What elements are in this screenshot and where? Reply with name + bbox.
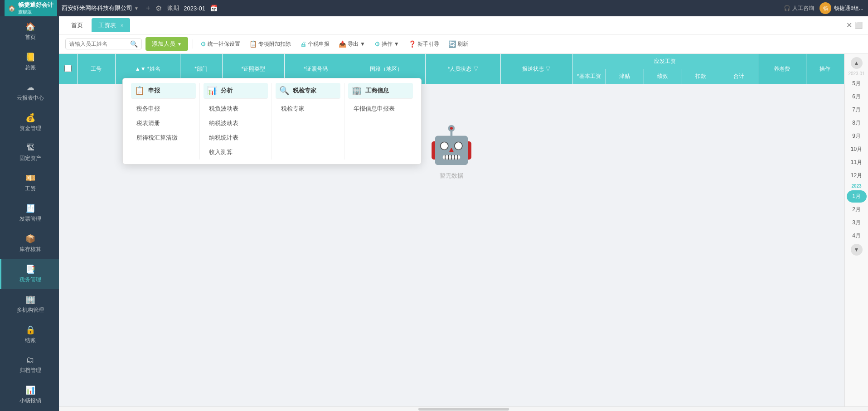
menu-item-tax-burden[interactable]: 税负波动表 (204, 102, 268, 116)
menu-item-tax-stats[interactable]: 纳税统计表 (204, 131, 268, 145)
menu-item-annual-report[interactable]: 年报信息申报表 (348, 102, 413, 116)
top-bar-right: 🎧 人工咨询 畅 畅捷通8组... (784, 2, 863, 14)
timeline-month-3[interactable]: 3月 (847, 217, 867, 229)
analysis-title: 分析 (221, 87, 233, 95)
menu-item-income-calc[interactable]: 收入测算 (204, 145, 268, 160)
col-status[interactable]: *人员状态 ▽ (426, 54, 501, 84)
service-btn[interactable]: 🎧 人工咨询 (784, 5, 814, 12)
tab-home[interactable]: 首页 (64, 18, 90, 32)
business-icon: 🏢 (352, 86, 362, 96)
social-insurance-btn[interactable]: ⚙ 统一社保设置 (198, 39, 243, 50)
dropdown-col-analysis: 📊 分析 税负波动表 纳税波动表 纳税统计表 收入测算 (200, 83, 272, 160)
timeline-month-6[interactable]: 6月 (847, 91, 867, 103)
dropdown-grid: 📋 申报 税务申报 税表清册 所得税汇算清缴 📊 分析 税负波动表 纳税波动表 … (127, 83, 417, 160)
tax-report-icon: 🖨 (300, 40, 306, 48)
analysis-header: 📊 分析 (204, 83, 268, 99)
add-company-btn[interactable]: + (145, 3, 151, 13)
horizontal-scrollbar[interactable] (59, 406, 868, 411)
timeline-month-2[interactable]: 2月 (847, 203, 867, 216)
col-operation: 操作 (806, 54, 844, 84)
sidebar-item-multi-org[interactable]: 🏢 多机构管理 (0, 289, 59, 319)
window-restore-btn[interactable]: ⬜ (855, 22, 863, 29)
sidebar-item-archive[interactable]: 🗂 归档管理 (0, 350, 59, 380)
col-check[interactable] (59, 54, 77, 84)
timeline-month-7[interactable]: 7月 (847, 104, 867, 116)
timeline-up-btn[interactable]: ▲ (851, 57, 863, 69)
app-title: 畅捷通好会计 (18, 1, 53, 8)
user-info[interactable]: 畅 畅捷通8组... (820, 2, 863, 14)
refresh-btn[interactable]: 🔄 刷新 (446, 39, 471, 50)
multi-org-icon: 🏢 (25, 295, 35, 305)
menu-item-income-tax[interactable]: 所得税汇算清缴 (131, 131, 196, 145)
scrollbar-thumb[interactable] (418, 408, 509, 411)
menu-item-tax-table-clear[interactable]: 税表清册 (131, 116, 196, 131)
tab-salary[interactable]: 工资表 × (92, 18, 130, 32)
report-icon: 📊 (25, 385, 35, 395)
add-person-label: 添加人员 (152, 40, 175, 48)
ledger-icon: 📒 (25, 52, 35, 62)
search-icon: 🔍 (130, 40, 138, 48)
timeline-month-12[interactable]: 12月 (847, 169, 867, 182)
timeline-month-5[interactable]: 5月 (847, 77, 867, 90)
sidebar-item-inventory[interactable]: 📦 库存核算 (0, 228, 59, 259)
content-area: 首页 工资表 × ✕ ⬜ 🔍 添加人员 ▼ ⚙ 统 (59, 16, 868, 411)
sidebar-item-fixed-asset[interactable]: 🏗 固定资产 (0, 138, 59, 168)
refresh-icon: 🔄 (448, 40, 456, 48)
sidebar-item-invoice[interactable]: 🧾 发票管理 (0, 198, 59, 228)
sidebar-label-cloud: 云报表中心 (17, 94, 44, 102)
menu-item-tax-declaration[interactable]: 税务申报 (131, 102, 196, 116)
sidebar-label-inventory: 库存核算 (19, 246, 41, 253)
deduct-icon: 📋 (249, 40, 257, 48)
guide-btn[interactable]: ❓ 新手引导 (406, 39, 442, 50)
special-deduct-btn[interactable]: 📋 专项附加扣除 (247, 39, 294, 50)
timeline-month-1[interactable]: 1月 (847, 190, 867, 203)
fund-icon: 💰 (25, 113, 35, 123)
export-btn[interactable]: 📤 导出 ▼ (336, 39, 368, 50)
dropdown-col-business: 🏢 工商信息 年报信息申报表 (344, 83, 417, 160)
sidebar-item-home[interactable]: 🏠 首页 (0, 16, 59, 47)
tax-report-btn[interactable]: 🖨 个税申报 (297, 39, 332, 50)
timeline-month-9[interactable]: 9月 (847, 130, 867, 142)
search-input[interactable] (69, 41, 128, 47)
add-person-btn[interactable]: 添加人员 ▼ (145, 37, 188, 51)
search-box[interactable]: 🔍 (65, 39, 142, 49)
menu-item-tax-expert[interactable]: 税检专家 (276, 102, 340, 116)
col-performance: 绩效 (644, 69, 682, 84)
timeline-period-label: 2023.01 (848, 70, 864, 77)
col-report-status[interactable]: 报送状态 ▽ (501, 54, 572, 84)
sidebar-label-report: 小畅报销 (19, 397, 41, 405)
timeline-panel: ▲ 2023.01 5月 6月 7月 8月 9月 10月 11月 12月 202… (844, 54, 868, 406)
select-all-checkbox[interactable] (64, 65, 72, 72)
timeline-down-btn[interactable]: ▼ (851, 244, 863, 256)
tab-close-icon[interactable]: × (121, 23, 123, 28)
app-logo: 🏠 畅捷通好会计 旗舰版 (5, 0, 57, 17)
tax-report-label: 个税申报 (308, 40, 330, 48)
sidebar: 🏠 首页 📒 总账 ☁ 云报表中心 💰 资金管理 🏗 固定资产 💴 工资 🧾 发… (0, 16, 59, 411)
company-selector[interactable]: 西安虾米网络科技有限公司 ▼ (62, 4, 139, 12)
timeline-month-8[interactable]: 8月 (847, 117, 867, 129)
col-base-salary: *基本工资 (572, 69, 606, 84)
settings-btn[interactable]: ⚙ (155, 3, 163, 14)
period-calendar-icon[interactable]: 📅 (210, 5, 218, 12)
operate-btn[interactable]: ⚙ 操作 ▼ (372, 39, 402, 50)
sidebar-item-tax[interactable]: 📑 税务管理 (0, 259, 59, 289)
sidebar-item-fund[interactable]: 💰 资金管理 (0, 107, 59, 138)
archive-icon: 🗂 (26, 355, 34, 365)
timeline-year-2023: 2023 (851, 182, 861, 190)
sidebar-item-close[interactable]: 🔒 结账 (0, 319, 59, 350)
col-employee-id: 工号 (77, 54, 115, 84)
cloud-icon: ☁ (26, 82, 34, 92)
menu-item-tax-payment[interactable]: 纳税波动表 (204, 116, 268, 131)
analysis-icon: 📊 (207, 86, 217, 96)
timeline-month-11[interactable]: 11月 (847, 156, 867, 169)
asset-icon: 🏗 (26, 143, 34, 153)
timeline-month-10[interactable]: 10月 (847, 143, 867, 155)
social-icon: ⚙ (200, 40, 206, 48)
deduct-label: 专项附加扣除 (258, 40, 291, 48)
sidebar-item-report[interactable]: 📊 小畅报销 (0, 380, 59, 410)
sidebar-item-cloud-report[interactable]: ☁ 云报表中心 (0, 77, 59, 107)
sidebar-item-salary[interactable]: 💴 工资 (0, 168, 59, 198)
timeline-month-4[interactable]: 4月 (847, 230, 867, 242)
sidebar-item-ledger[interactable]: 📒 总账 (0, 47, 59, 77)
window-close-btn[interactable]: ✕ (846, 21, 852, 29)
